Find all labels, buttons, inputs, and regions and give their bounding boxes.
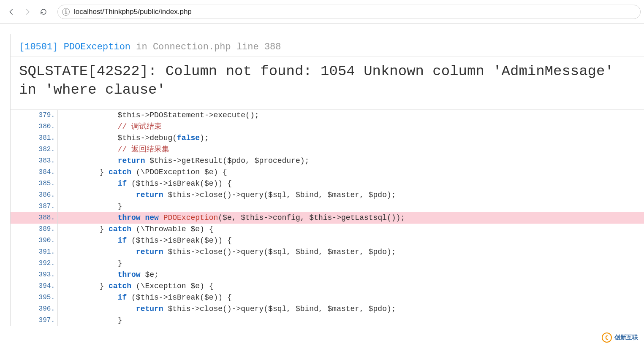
code-line: 392. }: [11, 258, 644, 269]
code-content: $this->PDOStatement->execute();: [58, 110, 644, 121]
address-bar[interactable]: i: [57, 5, 641, 19]
code-line: 385. if ($this->isBreak($e)) {: [11, 178, 644, 189]
code-content: } catch (\PDOException $e) {: [58, 167, 644, 178]
code-content: return $this->getResult($pdo, $procedure…: [58, 155, 644, 167]
code-line: 391. return $this->close()->query($sql, …: [11, 246, 644, 258]
line-number: 385.: [11, 178, 58, 189]
line-number: 395.: [11, 292, 58, 303]
code-content: if ($this->isBreak($e)) {: [58, 292, 644, 303]
code-line: 389. } catch (\Throwable $e) {: [11, 224, 644, 235]
line-number: 390.: [11, 235, 58, 246]
code-content: } catch (\Throwable $e) {: [58, 224, 644, 235]
line-number: 391.: [11, 246, 58, 258]
code-line: 379. $this->PDOStatement->execute();: [11, 110, 644, 121]
code-content: } catch (\Exception $e) {: [58, 281, 644, 292]
code-line: 388. throw new PDOException($e, $this->c…: [11, 212, 644, 224]
error-header: [10501] PDOException in Connection.php l…: [11, 34, 644, 57]
exception-link[interactable]: PDOException: [64, 42, 130, 53]
code-line: 393. throw $e;: [11, 269, 644, 281]
code-content: return $this->close()->query($sql, $bind…: [58, 246, 644, 258]
arrow-left-icon: [8, 8, 15, 16]
code-listing: 379. $this->PDOStatement->execute();380.…: [11, 109, 644, 326]
code-line: 396. return $this->close()->query($sql, …: [11, 303, 644, 315]
code-line: 397. }: [11, 315, 644, 326]
line-number: 383.: [11, 155, 58, 167]
code-line: 390. if ($this->isBreak($e)) {: [11, 235, 644, 246]
code-content: if ($this->isBreak($e)) {: [58, 178, 644, 189]
back-button[interactable]: [4, 5, 19, 19]
line-number: 397.: [11, 315, 58, 326]
arrow-right-icon: [24, 8, 31, 16]
code-line: 381. $this->debug(false);: [11, 132, 644, 144]
code-content: throw $e;: [58, 269, 644, 281]
code-line: 382. // 返回结果集: [11, 144, 644, 155]
reload-button[interactable]: [36, 5, 51, 19]
code-line: 395. if ($this->isBreak($e)) {: [11, 292, 644, 303]
error-breadcrumb: [10501] PDOException in Connection.php l…: [19, 42, 636, 52]
line-number: 389.: [11, 224, 58, 235]
line-number: 386.: [11, 189, 58, 201]
code-content: }: [58, 258, 644, 269]
line-number: 387.: [11, 201, 58, 212]
line-number: 388.: [11, 212, 58, 224]
code-content: throw new PDOException($e, $this->config…: [58, 212, 644, 224]
line-number: 379.: [11, 110, 58, 121]
code-content: }: [58, 201, 644, 212]
code-content: return $this->close()->query($sql, $bind…: [58, 303, 644, 315]
line-number: 392.: [11, 258, 58, 269]
code-content: return $this->close()->query($sql, $bind…: [58, 189, 644, 201]
forward-button[interactable]: [20, 5, 35, 19]
code-line: 384. } catch (\PDOException $e) {: [11, 167, 644, 178]
in-label: in: [136, 42, 147, 52]
line-number: 396.: [11, 303, 58, 315]
code-line: 383. return $this->getResult($pdo, $proc…: [11, 155, 644, 167]
code-content: // 调试结束: [58, 121, 644, 132]
code-content: if ($this->isBreak($e)) {: [58, 235, 644, 246]
error-page: [10501] PDOException in Connection.php l…: [10, 34, 644, 326]
line-number: 393.: [11, 269, 58, 281]
error-code: [10501]: [19, 42, 58, 52]
error-message: SQLSTATE[42S22]: Column not found: 1054 …: [11, 57, 644, 108]
site-info-icon[interactable]: i: [62, 8, 70, 16]
code-line: 386. return $this->close()->query($sql, …: [11, 189, 644, 201]
code-content: }: [58, 315, 644, 326]
line-number: 380.: [11, 121, 58, 132]
line-number: 382.: [11, 144, 58, 155]
code-content: // 返回结果集: [58, 144, 644, 155]
url-input[interactable]: [74, 8, 636, 16]
code-content: $this->debug(false);: [58, 132, 644, 144]
error-file: Connection.php line 388: [153, 42, 281, 52]
browser-toolbar: i: [0, 0, 644, 24]
code-line: 394. } catch (\Exception $e) {: [11, 281, 644, 292]
reload-icon: [40, 8, 47, 16]
line-number: 384.: [11, 167, 58, 178]
code-line: 387. }: [11, 201, 644, 212]
line-number: 381.: [11, 132, 58, 144]
line-number: 394.: [11, 281, 58, 292]
code-line: 380. // 调试结束: [11, 121, 644, 132]
